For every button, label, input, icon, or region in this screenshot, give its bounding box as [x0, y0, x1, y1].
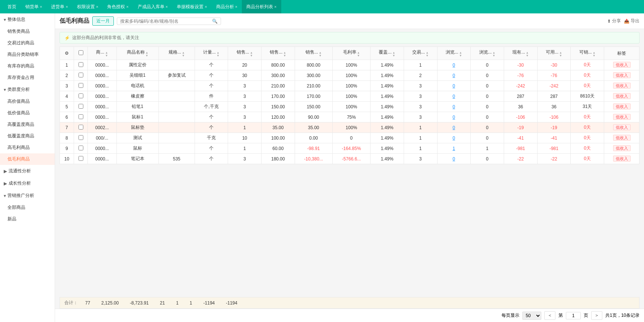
nav-product-analysis[interactable]: 商品分析 × — [212, 0, 242, 13]
col-code[interactable]: 商...▲▼ — [88, 47, 116, 60]
row-view1[interactable]: 0 — [437, 154, 471, 164]
row-checkbox[interactable] — [74, 70, 87, 81]
row-view1[interactable]: 0 — [437, 133, 471, 143]
sidebar-group-flow[interactable]: ▶ 流通性分析 — [0, 165, 55, 177]
per-page-select[interactable]: 50 20 100 — [522, 312, 541, 320]
col-view1[interactable]: 浏览...▲▼ — [437, 47, 471, 60]
sidebar-item-stock-capital[interactable]: 库存资金占用 — [0, 72, 55, 83]
row-view1[interactable]: 1 — [437, 143, 471, 154]
col-tag[interactable]: 标签 — [604, 47, 640, 60]
nav-close-template[interactable]: × — [205, 4, 207, 9]
row-view1[interactable]: 0 — [437, 81, 471, 91]
col-available-stock[interactable]: 可用...▲▼ — [537, 47, 571, 60]
col-trade[interactable]: 交易...▲▼ — [404, 47, 437, 60]
nav-sales[interactable]: 销货单 × — [21, 0, 47, 13]
row-checkbox[interactable] — [74, 154, 87, 164]
sidebar-item-low-coverage[interactable]: 低覆盖度商品 — [0, 130, 55, 142]
col-view2[interactable]: 浏览...▲▼ — [471, 47, 504, 60]
row-checkbox[interactable] — [74, 143, 87, 154]
nav-close-purchase[interactable]: × — [65, 4, 68, 9]
col-sales-profit[interactable]: 销售...▲▼ — [295, 47, 332, 60]
search-icon[interactable]: 🔍 — [212, 19, 218, 24]
nav-permission[interactable]: 权限设置 × — [73, 0, 103, 13]
page-number-input[interactable] — [566, 312, 581, 319]
row-checkbox[interactable] — [74, 60, 87, 70]
row-checkbox[interactable] — [74, 112, 87, 122]
nav-template[interactable]: 单据模板设置 × — [172, 0, 211, 13]
row-saleable-days: 0天 — [571, 70, 604, 81]
row-view1[interactable]: 0 — [437, 122, 471, 133]
sidebar-group-marketing[interactable]: ▾ 营销推广分析 — [0, 189, 55, 202]
col-gross-margin[interactable]: 毛利率▲▼ — [332, 47, 370, 60]
table-row: 8 000/... 测试 千克 10 100.00 0.00 0 1.49% 1… — [60, 133, 640, 143]
sidebar-item-all-products[interactable]: 全部商品 — [0, 202, 55, 213]
sidebar-group-overall[interactable]: ▾ 整体信息 — [0, 13, 55, 26]
row-view1[interactable]: 0 — [437, 70, 471, 81]
row-name: 鼠标 — [116, 143, 158, 154]
row-no: 8 — [60, 133, 74, 143]
nav-close-permission[interactable]: × — [96, 4, 98, 9]
nav-role[interactable]: 角色授权 × — [103, 0, 133, 13]
row-available-stock: -30 — [537, 60, 571, 70]
col-sales-amount[interactable]: 销售...▲▼ — [261, 47, 295, 60]
nav-close-product-analysis-list[interactable]: × — [274, 4, 276, 9]
col-current-stock[interactable]: 现有...▲▼ — [504, 47, 537, 60]
export-button[interactable]: 📤 导出 — [624, 18, 640, 24]
row-available-stock: -242 — [537, 81, 571, 91]
row-no: 9 — [60, 143, 74, 154]
nav-product-entry[interactable]: 产成品入库单 × — [133, 0, 172, 13]
sidebar-item-traded-products[interactable]: 交易过的商品 — [0, 37, 55, 49]
sidebar-item-category-rate[interactable]: 商品分类助销率 — [0, 49, 55, 60]
select-all-checkbox[interactable] — [79, 50, 83, 55]
nav-home[interactable]: 首页 — [3, 0, 21, 13]
row-name: 测试 — [116, 133, 158, 143]
sidebar-item-high-margin[interactable]: 高毛利商品 — [0, 142, 55, 153]
col-unit[interactable]: 计量...▲▼ — [195, 47, 228, 60]
tab-recent-month[interactable]: 近一月 — [92, 16, 114, 26]
row-view1[interactable]: 0 — [437, 102, 471, 112]
sidebar-group-cluster[interactable]: ▾ 类群度分析 — [0, 83, 55, 96]
arrow-icon-cluster: ▾ — [4, 87, 6, 92]
col-coverage[interactable]: 覆盖...▲▼ — [371, 47, 404, 60]
row-saleable-days: 0天 — [571, 154, 604, 164]
sidebar-item-low-value[interactable]: 低价值商品 — [0, 107, 55, 119]
sidebar-item-high-coverage[interactable]: 高覆盖度商品 — [0, 119, 55, 130]
row-view1[interactable]: 0 — [437, 91, 471, 102]
col-name[interactable]: 商品名称▲▼ — [116, 47, 158, 60]
row-checkbox[interactable] — [74, 122, 87, 133]
next-page-button[interactable]: ＞ — [591, 311, 602, 320]
row-checkbox[interactable] — [74, 133, 87, 143]
col-sales-qty[interactable]: 销售...▲▼ — [228, 47, 262, 60]
prev-page-button[interactable]: ＜ — [544, 311, 555, 320]
sidebar-group-growth[interactable]: ▶ 成长性分析 — [0, 177, 55, 189]
row-gross-margin: 100% — [332, 122, 370, 133]
sidebar-item-low-margin[interactable]: 低毛利商品 — [0, 153, 55, 165]
row-checkbox[interactable] — [74, 91, 87, 102]
footer-values: 77 2,125.00 -8,723.91 21 1 1 -1194 -1194 — [85, 300, 237, 306]
row-checkbox[interactable] — [74, 102, 87, 112]
nav-purchase[interactable]: 进货单 × — [47, 0, 72, 13]
row-view1[interactable]: 0 — [437, 60, 471, 70]
col-spec[interactable]: 规格...▲▼ — [158, 47, 195, 60]
col-saleable-days[interactable]: 可销...▲▼ — [571, 47, 604, 60]
sidebar-item-sales-products[interactable]: 销售类商品 — [0, 26, 55, 37]
row-sales-amount: 800.00 — [261, 60, 295, 70]
nav-close-product-entry[interactable]: × — [166, 4, 168, 9]
nav-product-analysis-list[interactable]: 商品分析列表 × — [242, 0, 281, 13]
sidebar-item-high-value[interactable]: 高价值商品 — [0, 96, 55, 107]
sidebar-item-in-stock[interactable]: 有库存的商品 — [0, 60, 55, 72]
search-input[interactable] — [120, 19, 211, 24]
nav-close-product-analysis[interactable]: × — [235, 4, 237, 9]
row-saleable-days: 0天 — [571, 81, 604, 91]
sidebar-item-new-products[interactable]: 新品 — [0, 213, 55, 225]
nav-close-sales[interactable]: × — [40, 4, 42, 9]
row-current-stock: -41 — [504, 133, 537, 143]
nav-close-role[interactable]: × — [126, 4, 128, 9]
share-button[interactable]: ⬆ 分享 — [607, 18, 621, 24]
row-view1[interactable]: 0 — [437, 112, 471, 122]
row-code: 0000... — [88, 112, 116, 122]
row-checkbox[interactable] — [74, 81, 87, 91]
row-tag: 低收入 — [604, 102, 640, 112]
col-checkbox[interactable] — [74, 47, 87, 60]
col-settings[interactable]: ⚙ — [60, 47, 74, 60]
